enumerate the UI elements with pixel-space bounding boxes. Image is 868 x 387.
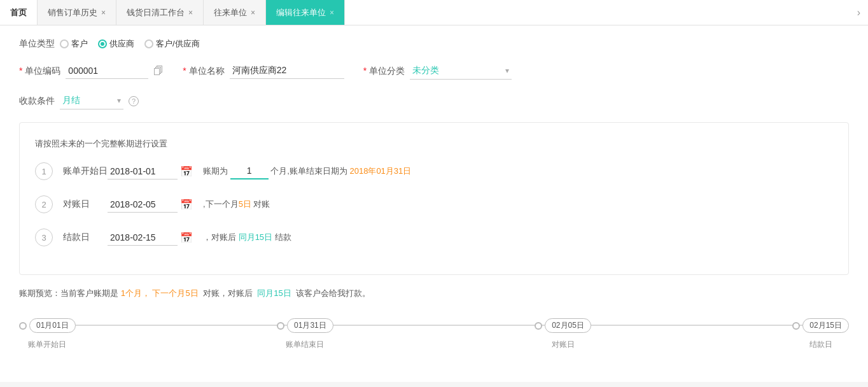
step-1-label: 账单开始日 bbox=[63, 165, 108, 177]
tab-cash-work[interactable]: 钱货日清工作台 × bbox=[116, 0, 204, 25]
unit-info-row: 单位编码 🗍 单位名称 单位分类 未分类 ▾ bbox=[19, 62, 849, 80]
step-3-cal-icon[interactable]: 📅 bbox=[180, 232, 193, 244]
step-2-highlight: 5日 bbox=[239, 199, 251, 209]
tab-partner-close[interactable]: × bbox=[251, 8, 255, 17]
unit-type-group: 单位类型 客户 供应商 客户/供应商 bbox=[19, 38, 200, 50]
step-3-highlight: 同月15日 bbox=[239, 232, 272, 242]
step-2-cal-icon[interactable]: 📅 bbox=[180, 199, 193, 211]
unit-category-select[interactable]: 未分类 ▾ bbox=[410, 62, 512, 80]
unit-category-group: 单位分类 未分类 ▾ bbox=[363, 62, 512, 80]
help-icon[interactable]: ? bbox=[129, 96, 139, 106]
payment-condition-label: 收款条件 bbox=[19, 95, 55, 107]
unit-name-label: 单位名称 bbox=[183, 66, 224, 77]
tab-bar: 首页 销售订单历史 × 钱货日清工作台 × 往来单位 × 编辑往来单位 × › bbox=[0, 0, 868, 25]
section-title: 请按照未来的一个完整帐期进行设置 bbox=[35, 138, 833, 150]
tab-sales-history[interactable]: 销售订单历史 × bbox=[38, 0, 116, 25]
unit-code-icon[interactable]: 🗍 bbox=[153, 66, 164, 77]
step-2-desc: ,下一个月5日 对账 bbox=[203, 199, 270, 210]
radio-supplier-label: 供应商 bbox=[109, 38, 134, 50]
timeline-dot-2 bbox=[277, 322, 284, 330]
timeline-badge-1: 01月01日 bbox=[29, 318, 76, 333]
timeline-items: 01月01日 账单开始日 01月31日 账单结束日 02月05日 对账日 bbox=[19, 318, 849, 350]
tab-partner-label: 往来单位 bbox=[214, 7, 247, 18]
timeline-sub-1: 账单开始日 bbox=[28, 339, 66, 350]
timeline-badge-2: 01月31日 bbox=[287, 318, 333, 333]
tab-more-button[interactable]: › bbox=[850, 0, 868, 25]
timeline-node-4: 02月15日 结款日 bbox=[792, 318, 849, 350]
unit-code-label: 单位编码 bbox=[19, 66, 60, 77]
payment-condition-value: 月结 bbox=[62, 95, 115, 106]
step-1-period-input[interactable] bbox=[230, 163, 269, 179]
timeline-dot-3 bbox=[535, 322, 542, 330]
tab-home-label: 首页 bbox=[10, 7, 27, 18]
unit-type-radio-group: 客户 供应商 客户/供应商 bbox=[60, 38, 200, 50]
radio-supplier-circle bbox=[98, 39, 107, 48]
unit-category-value: 未分类 bbox=[412, 65, 503, 76]
step-3-row: 3 结款日 📅 ，对账后 同月15日 结款 bbox=[35, 229, 833, 246]
preview-text: 账期预览：当前客户账期是 1个月， 下一个月5日 对账，对账后 同月15日 该客… bbox=[19, 288, 849, 299]
timeline-sub-3: 对账日 bbox=[552, 339, 575, 350]
preview-prefix: 账期预览：当前客户账期是 bbox=[19, 288, 118, 298]
timeline-dot-1 bbox=[19, 322, 27, 330]
radio-customer[interactable]: 客户 bbox=[60, 38, 88, 50]
radio-customer-label: 客户 bbox=[71, 38, 88, 50]
timeline-node-2: 01月31日 账单结束日 bbox=[277, 318, 333, 350]
timeline-dot-4 bbox=[792, 322, 800, 330]
payment-condition-select[interactable]: 月结 ▾ bbox=[60, 92, 123, 109]
radio-supplier[interactable]: 供应商 bbox=[98, 38, 134, 50]
radio-both-label: 客户/供应商 bbox=[156, 38, 200, 50]
tab-partner[interactable]: 往来单位 × bbox=[204, 0, 266, 25]
tab-home[interactable]: 首页 bbox=[0, 0, 38, 25]
step-1-end-date: 2018年01月31日 bbox=[349, 166, 411, 176]
step-1-date-input[interactable] bbox=[108, 164, 178, 179]
tab-cash-work-close[interactable]: × bbox=[188, 8, 193, 17]
main-content: 单位类型 客户 供应商 客户/供应商 单位编码 🗍 bbox=[0, 25, 868, 382]
tab-sales-history-close[interactable]: × bbox=[101, 8, 106, 17]
timeline-badge-4: 02月15日 bbox=[802, 318, 849, 333]
payment-chevron-icon: ▾ bbox=[117, 96, 121, 105]
step-3-num: 3 bbox=[35, 229, 53, 246]
chevron-down-icon: ▾ bbox=[505, 66, 509, 75]
step-3-label: 结款日 bbox=[63, 232, 108, 243]
tab-edit-partner[interactable]: 编辑往来单位 × bbox=[266, 0, 345, 25]
preview-part1: 1个月， bbox=[121, 288, 150, 298]
radio-both[interactable]: 客户/供应商 bbox=[144, 38, 200, 50]
step-2-date-input[interactable] bbox=[108, 197, 178, 213]
tab-edit-partner-label: 编辑往来单位 bbox=[276, 7, 326, 18]
payment-condition-row: 收款条件 月结 ▾ ? bbox=[19, 92, 849, 109]
radio-both-circle bbox=[144, 39, 153, 48]
unit-category-label: 单位分类 bbox=[363, 66, 405, 77]
timeline-sub-4: 结款日 bbox=[809, 339, 832, 350]
timeline-node-3: 02月05日 对账日 bbox=[535, 318, 591, 350]
step-1-row: 1 账单开始日 📅 账期为 个月,账单结束日期为 2018年01月31日 bbox=[35, 162, 833, 180]
unit-name-input[interactable] bbox=[230, 63, 344, 79]
unit-name-group: 单位名称 bbox=[183, 63, 344, 79]
preview-end: 该客户会给我打款。 bbox=[293, 288, 370, 298]
timeline-sub-2: 账单结束日 bbox=[286, 339, 324, 350]
unit-type-row: 单位类型 客户 供应商 客户/供应商 bbox=[19, 38, 849, 50]
timeline-badge-3: 02月05日 bbox=[545, 318, 591, 333]
radio-customer-circle bbox=[60, 39, 69, 48]
tab-edit-partner-close[interactable]: × bbox=[330, 8, 334, 17]
preview-part3: 同月15日 bbox=[257, 288, 291, 298]
step-2-row: 2 对账日 📅 ,下一个月5日 对账 bbox=[35, 195, 833, 213]
step-1-cal-icon[interactable]: 📅 bbox=[180, 165, 193, 178]
preview-part2: 下一个月5日 bbox=[152, 288, 198, 298]
step-3-date-input[interactable] bbox=[108, 230, 178, 246]
preview-middle: 对账，对账后 bbox=[200, 288, 255, 298]
unit-code-input[interactable] bbox=[66, 63, 148, 79]
section-box: 请按照未来的一个完整帐期进行设置 1 账单开始日 📅 账期为 个月,账单结束日期… bbox=[19, 122, 849, 275]
step-2-label: 对账日 bbox=[63, 199, 108, 210]
tab-sales-history-label: 销售订单历史 bbox=[48, 7, 97, 18]
timeline-node-1: 01月01日 账单开始日 bbox=[19, 318, 76, 350]
timeline: 01月01日 账单开始日 01月31日 账单结束日 02月05日 对账日 bbox=[19, 312, 849, 350]
step-3-desc: ，对账后 同月15日 结款 bbox=[203, 232, 291, 243]
step-1-desc: 账期为 个月,账单结束日期为 2018年01月31日 bbox=[203, 163, 411, 179]
tab-cash-work-label: 钱货日清工作台 bbox=[127, 7, 185, 18]
step-1-num: 1 bbox=[35, 162, 53, 180]
payment-condition-group: 收款条件 月结 ▾ ? bbox=[19, 92, 139, 109]
step-2-num: 2 bbox=[35, 195, 53, 213]
unit-type-label: 单位类型 bbox=[19, 38, 55, 50]
unit-code-group: 单位编码 🗍 bbox=[19, 63, 164, 79]
